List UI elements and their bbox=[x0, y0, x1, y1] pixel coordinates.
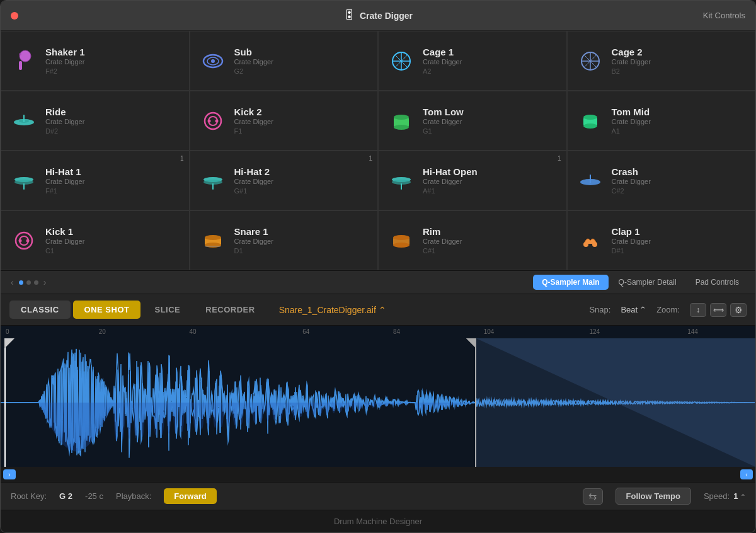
snap-value-text: Beat bbox=[621, 305, 638, 314]
svg-point-50 bbox=[393, 243, 410, 248]
svg-point-49 bbox=[393, 235, 410, 240]
zoom-label: Zoom: bbox=[656, 305, 680, 314]
pad-kit: Crate Digger bbox=[423, 58, 462, 66]
footer: Drum Machine Designer bbox=[1, 510, 755, 532]
nav-dot-2[interactable] bbox=[26, 280, 31, 285]
svg-rect-37 bbox=[401, 183, 402, 190]
pad-name: Kick 2 bbox=[234, 106, 273, 117]
pad-name: Snare 1 bbox=[234, 226, 273, 237]
pad-info: Hi-Hat 1 Crate Digger F#1 bbox=[45, 166, 84, 195]
pad-icon-kick1 bbox=[10, 227, 38, 255]
snap-value[interactable]: Beat ⌃ bbox=[621, 305, 646, 314]
close-button[interactable] bbox=[11, 12, 18, 20]
loop-btn[interactable]: ⇆ bbox=[583, 488, 603, 505]
pad-icon-cage bbox=[387, 47, 415, 75]
drum-pad-hi-hat-2[interactable]: Hi-Hat 2 Crate Digger G#1 1 bbox=[190, 151, 379, 210]
speed-value[interactable]: 1 ⌃ bbox=[733, 491, 745, 501]
cents-value[interactable]: -25 c bbox=[85, 491, 103, 501]
pad-kit: Crate Digger bbox=[423, 238, 462, 245]
pad-info: Clap 1 Crate Digger D#1 bbox=[612, 226, 651, 255]
mode-recorder[interactable]: RECORDER bbox=[194, 301, 266, 319]
drum-pad-tom-low[interactable]: Tom Low Crate Digger G1 bbox=[378, 91, 567, 151]
pad-name: Hi-Hat Open bbox=[423, 166, 478, 177]
settings-btn[interactable]: ⚙ bbox=[730, 303, 747, 317]
tab-q-sampler-main[interactable]: Q-Sampler Main bbox=[533, 275, 608, 290]
cents-number: -25 bbox=[85, 491, 97, 501]
scroll-thumb-left[interactable]: › bbox=[3, 469, 16, 479]
drum-pad-kick-2[interactable]: Kick 2 Crate Digger F1 bbox=[190, 91, 379, 151]
drum-pad-shaker-1[interactable]: Shaker 1 Crate Digger F#2 bbox=[1, 31, 190, 91]
pad-note: D1 bbox=[234, 247, 273, 255]
nav-left: ‹ › bbox=[8, 275, 49, 290]
zoom-fit-btn[interactable]: ↕ bbox=[690, 303, 706, 317]
file-name[interactable]: Snare_1_CrateDigger.aif ⌃ bbox=[279, 305, 386, 315]
drum-pad-cage-1[interactable]: Cage 1 Crate Digger A2 bbox=[378, 31, 567, 91]
mode-slice[interactable]: SLICE bbox=[143, 301, 192, 319]
drum-pad-snare-1[interactable]: Snare 1 Crate Digger D1 bbox=[190, 210, 379, 270]
pad-name: Tom Mid bbox=[612, 106, 651, 117]
svg-point-40 bbox=[16, 232, 32, 249]
mode-classic[interactable]: CLASSIC bbox=[9, 301, 71, 319]
scroll-bar[interactable]: › ‹ bbox=[1, 467, 755, 482]
pad-note: F#2 bbox=[45, 67, 85, 75]
pad-icon-hihat bbox=[10, 167, 38, 195]
pad-note: A#1 bbox=[423, 187, 478, 195]
kit-controls-button[interactable]: Kit Controls bbox=[703, 11, 745, 20]
nav-next-arrow[interactable]: › bbox=[41, 275, 49, 290]
ruler-124: 124 bbox=[589, 328, 600, 335]
drum-pad-clap-1[interactable]: Clap 1 Crate Digger D#1 bbox=[567, 210, 756, 270]
waveform-container[interactable]: 0 20 40 64 84 104 124 144 bbox=[1, 326, 755, 467]
zoom-full-btn[interactable]: ⟺ bbox=[710, 303, 726, 317]
cents-label: c bbox=[99, 491, 103, 501]
nav-dot-3[interactable] bbox=[34, 280, 38, 285]
svg-point-52 bbox=[592, 242, 597, 247]
pad-kit: Crate Digger bbox=[45, 58, 85, 66]
pad-note: A2 bbox=[423, 67, 462, 75]
pad-icon-ride bbox=[10, 107, 38, 135]
pad-info: Cage 2 Crate Digger B2 bbox=[612, 47, 651, 75]
nav-dot-1[interactable] bbox=[19, 280, 23, 285]
mode-one-shot[interactable]: ONE SHOT bbox=[73, 301, 141, 319]
speed-stepper[interactable]: ⌃ bbox=[740, 493, 745, 500]
speed-number: 1 bbox=[733, 491, 738, 501]
pad-icon-tommid bbox=[576, 107, 604, 135]
scroll-thumb-right[interactable]: ‹ bbox=[740, 469, 753, 479]
svg-point-19 bbox=[205, 113, 221, 129]
drum-pad-sub[interactable]: Sub Crate Digger G2 bbox=[190, 31, 379, 91]
drum-pad-crash[interactable]: Crash Crate Digger C#2 bbox=[567, 151, 756, 210]
pad-kit: Crate Digger bbox=[234, 238, 273, 245]
svg-point-46 bbox=[205, 243, 221, 248]
svg-rect-1 bbox=[19, 61, 22, 70]
pad-note: B2 bbox=[612, 67, 651, 75]
ruler-20: 20 bbox=[99, 328, 106, 335]
nav-prev-arrow[interactable]: ‹ bbox=[8, 275, 16, 290]
drum-pad-ride[interactable]: Ride Crate Digger D#2 bbox=[1, 91, 190, 151]
drum-pad-kick-1[interactable]: Kick 1 Crate Digger C1 bbox=[1, 210, 190, 270]
pad-kit: Crate Digger bbox=[234, 118, 273, 125]
root-key-value[interactable]: G 2 bbox=[59, 491, 72, 501]
start-marker[interactable] bbox=[4, 338, 6, 467]
pad-note: D#2 bbox=[45, 127, 84, 135]
pad-icon-hihat bbox=[387, 167, 415, 195]
drum-pad-hi-hat-1[interactable]: Hi-Hat 1 Crate Digger F#1 1 bbox=[1, 151, 190, 210]
drum-pad-hi-hat-open[interactable]: Hi-Hat Open Crate Digger A#1 1 bbox=[378, 151, 567, 210]
tab-pad-controls[interactable]: Pad Controls bbox=[687, 275, 748, 290]
drum-pad-tom-mid[interactable]: Tom Mid Crate Digger A1 bbox=[567, 91, 756, 151]
pad-icon-clap bbox=[576, 227, 604, 255]
pad-note: F#1 bbox=[45, 187, 84, 195]
ruler-104: 104 bbox=[484, 328, 495, 335]
svg-point-0 bbox=[20, 50, 31, 62]
tab-q-sampler-detail[interactable]: Q-Sampler Detail bbox=[610, 275, 685, 290]
pad-note: A1 bbox=[612, 127, 651, 135]
svg-point-45 bbox=[205, 235, 221, 240]
pad-icon-rim bbox=[387, 227, 415, 255]
pad-icon-tomlow bbox=[387, 107, 415, 135]
drum-pad-cage-2[interactable]: Cage 2 Crate Digger B2 bbox=[567, 31, 756, 91]
nav-dots bbox=[19, 280, 38, 285]
sampler-section: CLASSIC ONE SHOT SLICE RECORDER Snare_1_… bbox=[1, 294, 755, 510]
pad-icon-hihat bbox=[199, 167, 227, 195]
end-marker[interactable] bbox=[475, 338, 476, 467]
playback-forward-btn[interactable]: Forward bbox=[164, 488, 216, 504]
follow-tempo-btn[interactable]: Follow Tempo bbox=[616, 488, 691, 505]
drum-pad-rim[interactable]: Rim Crate Digger C#1 bbox=[378, 210, 567, 270]
